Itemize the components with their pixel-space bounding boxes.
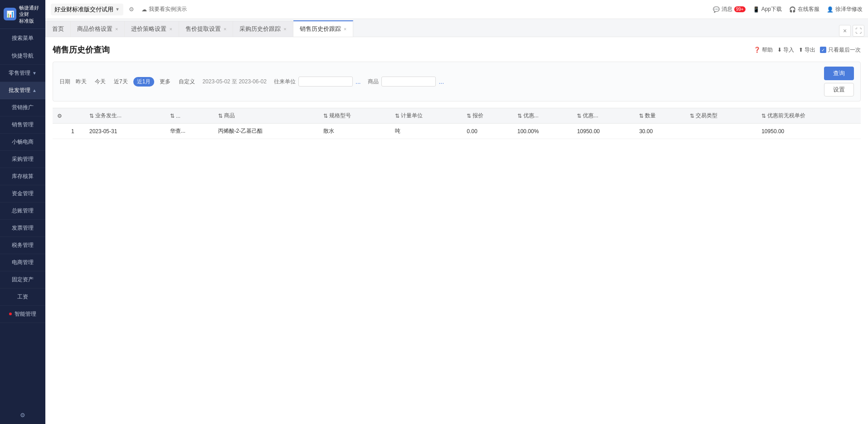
demo-label: 我要看实例演示 bbox=[149, 5, 187, 13]
sidebar-item-ledger[interactable]: 总账管理 bbox=[0, 202, 45, 220]
col-price-label: 报价 bbox=[473, 112, 483, 120]
tab-sales-history[interactable]: 销售历史价跟踪 × bbox=[293, 20, 353, 37]
demo-button[interactable]: ☁ 我要看实例演示 bbox=[141, 5, 187, 13]
sidebar-quick-nav[interactable]: 快捷导航 bbox=[0, 48, 45, 65]
sidebar-item-inventory[interactable]: 库存核算 bbox=[0, 168, 45, 185]
col-unit-label: 计量单位 bbox=[401, 112, 423, 120]
sidebar-item-retail[interactable]: 零售管理 ▼ bbox=[0, 65, 45, 82]
app-download-button[interactable]: 📱 App下载 bbox=[753, 5, 782, 13]
import-icon: ⬇ bbox=[777, 47, 782, 53]
col-price[interactable]: ⇅ 报价 bbox=[462, 108, 512, 124]
export-icon: ⬆ bbox=[799, 47, 803, 53]
sidebar-item-ecommerce[interactable]: 电商管理 bbox=[0, 254, 45, 271]
col-discount1[interactable]: ⇅ 优惠... bbox=[513, 108, 573, 124]
tab-purchase-history[interactable]: 采购历史价跟踪 × bbox=[233, 21, 293, 37]
source-unit-picker-btn[interactable]: ... bbox=[356, 78, 361, 85]
date-last7days-btn[interactable]: 近7天 bbox=[111, 77, 131, 87]
sidebar-item-label: 资金管理 bbox=[12, 190, 34, 198]
query-button[interactable]: 查询 bbox=[824, 67, 854, 80]
table-row[interactable]: 1 2023-05-31 华查... 丙烯酸-2-乙基己酯 散水 吨 0.00 … bbox=[53, 124, 861, 139]
sidebar-item-finance[interactable]: 资金管理 bbox=[0, 185, 45, 202]
logo-text: 畅捷通好业财 标准版 bbox=[19, 5, 42, 24]
product-picker-btn[interactable]: ... bbox=[439, 78, 444, 85]
sidebar-item-smart[interactable]: 智能管理 bbox=[0, 306, 45, 323]
row-index-cell: 1 bbox=[67, 124, 85, 139]
row-quantity-cell: 30.00 bbox=[634, 124, 685, 139]
col-transaction-type-label: 交易类型 bbox=[696, 112, 717, 120]
app-settings-icon[interactable]: ⚙ bbox=[127, 4, 136, 14]
sidebar-item-sales[interactable]: 销售管理 bbox=[0, 116, 45, 134]
tab-sales-history-label: 销售历史价跟踪 bbox=[300, 25, 341, 33]
date-filter-label: 日期 bbox=[59, 78, 70, 86]
close-tab-button[interactable]: × bbox=[839, 25, 851, 37]
sort-asc-icon: ⇅ bbox=[323, 113, 328, 119]
date-yesterday-btn[interactable]: 昨天 bbox=[73, 77, 89, 87]
col-product[interactable]: ⇅ 商品 bbox=[214, 108, 319, 124]
messages-button[interactable]: 💬 消息 99+ bbox=[713, 5, 746, 13]
col-business-date[interactable]: ⇅ 业务发生... bbox=[85, 108, 166, 124]
message-icon: 💬 bbox=[713, 6, 720, 13]
row-pretax-price-cell: 10950.00 bbox=[757, 124, 861, 139]
sidebar-item-label: 营销推广 bbox=[12, 104, 34, 111]
sidebar-item-label: 小畅电商 bbox=[12, 138, 34, 146]
cloud-icon: ☁ bbox=[141, 6, 147, 13]
close-icon[interactable]: × bbox=[283, 26, 286, 32]
date-custom-btn[interactable]: 自定义 bbox=[176, 77, 198, 87]
col-discount2[interactable]: ⇅ 优惠... bbox=[572, 108, 634, 124]
date-today-btn[interactable]: 今天 bbox=[92, 77, 108, 87]
col-spec[interactable]: ⇅ 规格型号 bbox=[319, 108, 390, 124]
close-icon[interactable]: × bbox=[169, 26, 172, 32]
col-quantity[interactable]: ⇅ 数量 bbox=[634, 108, 685, 124]
user-name: 徐泽华修改 bbox=[835, 5, 863, 13]
online-service-button[interactable]: 🎧 在线客服 bbox=[789, 5, 819, 13]
sidebar-item-invoice[interactable]: 发票管理 bbox=[0, 220, 45, 237]
product-input[interactable] bbox=[381, 77, 436, 87]
date-more-btn[interactable]: 更多 bbox=[157, 77, 173, 87]
sidebar-search[interactable]: 搜索菜单 bbox=[0, 29, 45, 48]
maximize-tab-button[interactable]: ⛶ bbox=[853, 25, 864, 37]
sidebar-item-marketing[interactable]: 营销推广 bbox=[0, 99, 45, 116]
gear-icon[interactable]: ⚙ bbox=[57, 113, 62, 119]
col-index bbox=[67, 108, 85, 124]
user-avatar: 👤 bbox=[827, 6, 834, 13]
row-spec-cell: 散水 bbox=[319, 124, 390, 139]
close-icon[interactable]: × bbox=[224, 26, 226, 32]
row-discount1-cell: 100.00% bbox=[513, 124, 573, 139]
tab-purchase-strategy[interactable]: 进价策略设置 × bbox=[125, 21, 179, 37]
tab-home[interactable]: 首页 bbox=[45, 21, 71, 37]
col-product-label: 商品 bbox=[224, 112, 235, 120]
sidebar-item-wholesale[interactable]: 批发管理 ▲ bbox=[0, 82, 45, 99]
sort-asc-icon: ⇅ bbox=[218, 113, 223, 119]
import-button[interactable]: ⬇ 导入 bbox=[777, 46, 794, 54]
source-unit-filter-group: 往来单位 ... bbox=[274, 77, 361, 87]
help-button[interactable]: ❓ 帮助 bbox=[754, 46, 773, 54]
sort-asc-icon: ⇅ bbox=[761, 113, 766, 119]
settings-button[interactable]: 设置 bbox=[824, 83, 854, 96]
last-only-checkbox[interactable]: ✓ 只看最后一次 bbox=[820, 46, 861, 54]
col-unit[interactable]: ⇅ 计量单位 bbox=[390, 108, 462, 124]
tab-price-setting[interactable]: 商品价格设置 × bbox=[71, 21, 125, 37]
chevron-down-icon: ▼ bbox=[115, 7, 120, 12]
user-profile-button[interactable]: 👤 徐泽华修改 bbox=[827, 5, 863, 13]
source-unit-input[interactable] bbox=[298, 77, 353, 87]
tab-price-extract[interactable]: 售价提取设置 × bbox=[179, 21, 233, 37]
col-pretax-price[interactable]: ⇅ 优惠前无税单价 bbox=[757, 108, 861, 124]
sidebar-settings-button[interactable]: ⚙ bbox=[0, 406, 45, 424]
page-header: 销售历史价查询 ❓ 帮助 ⬇ 导入 ⬆ 导出 ✓ 只看最后一次 bbox=[53, 44, 861, 55]
sidebar-item-tax[interactable]: 税务管理 bbox=[0, 237, 45, 254]
chevron-icon: ▼ bbox=[32, 71, 37, 76]
close-icon[interactable]: × bbox=[344, 26, 346, 32]
date-range-display: 2023-05-02 至 2023-06-02 bbox=[202, 78, 266, 86]
export-button[interactable]: ⬆ 导出 bbox=[799, 46, 815, 54]
app-selector[interactable]: 好业财标准版交付试用 ▼ bbox=[51, 4, 123, 15]
sidebar-item-fixed-assets[interactable]: 固定资产 bbox=[0, 271, 45, 289]
date-last1month-btn[interactable]: 近1月 bbox=[133, 77, 155, 87]
col-gear: ⚙ bbox=[53, 108, 67, 124]
tab-home-label: 首页 bbox=[52, 25, 64, 33]
sidebar-item-purchase[interactable]: 采购管理 bbox=[0, 151, 45, 168]
col-transaction-type[interactable]: ⇅ 交易类型 bbox=[685, 108, 757, 124]
sidebar-item-ecommerce-small[interactable]: 小畅电商 bbox=[0, 134, 45, 151]
sidebar-item-payroll[interactable]: 工资 bbox=[0, 289, 45, 306]
close-icon[interactable]: × bbox=[115, 26, 118, 32]
col-more[interactable]: ⇅ ... bbox=[166, 108, 214, 124]
